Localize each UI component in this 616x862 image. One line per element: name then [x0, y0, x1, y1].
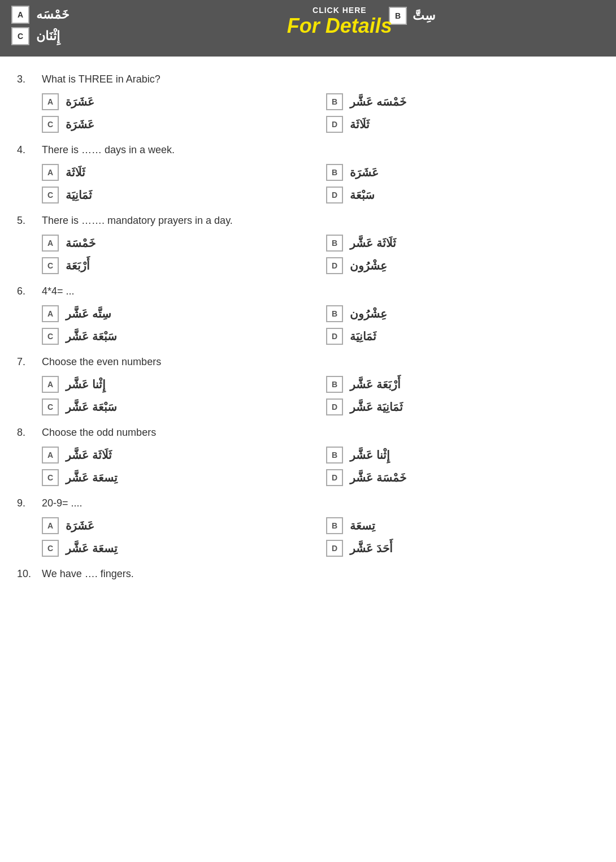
- q5-option-b-box[interactable]: B: [326, 235, 343, 252]
- q3-option-b[interactable]: B خَمْسَه عَشَّر: [326, 93, 599, 110]
- q8-option-d[interactable]: D خَمْسَة عَشَّر: [326, 469, 599, 486]
- q9-option-d-box[interactable]: D: [326, 540, 343, 557]
- q7-option-b-box[interactable]: B: [326, 376, 343, 393]
- question-6-number: 6.: [17, 285, 33, 297]
- q3-option-d[interactable]: D ثَلَاثَة: [326, 116, 599, 133]
- q4-option-b[interactable]: B عَشَرَة: [326, 164, 599, 181]
- q7-option-a-text: إِثْنا عَشَّر: [66, 378, 106, 391]
- q5-option-a-box[interactable]: A: [42, 235, 59, 252]
- q6-option-d-text: ثَمَانِيَة: [350, 330, 376, 343]
- question-6-text: 4*4= ...: [42, 285, 75, 297]
- question-10-number: 10.: [17, 568, 33, 580]
- q9-option-a-box[interactable]: A: [42, 517, 59, 534]
- q8-option-b-text: إِثْنا عَشَّر: [350, 448, 390, 462]
- question-4-header: 4. There is …… days in a week.: [17, 144, 599, 156]
- q6-option-a[interactable]: A سِتَّه عَشَّر: [42, 305, 315, 322]
- question-4-text: There is …… days in a week.: [42, 144, 175, 156]
- q8-option-c[interactable]: C تِسعَة عَشَّر: [42, 469, 315, 486]
- question-8-block: 8. Choose the odd numbers A ثَلَاثَة عَش…: [17, 427, 599, 486]
- q9-option-a-text: عَشَرَة: [66, 519, 94, 532]
- q4-option-a-box[interactable]: A: [42, 164, 59, 181]
- click-here-banner[interactable]: CLICK HERE For Details: [287, 6, 392, 37]
- header-option-c-box[interactable]: C: [11, 27, 29, 45]
- question-7-options: A إِثْنا عَشَّر B أَرْبَعَة عَشَّر C سَب…: [17, 376, 599, 415]
- q5-option-d-text: عِشْرُون: [350, 259, 387, 272]
- question-9-block: 9. 20-9= .... A عَشَرَة B تِسعَة C تِسعَ…: [17, 497, 599, 557]
- q6-option-c[interactable]: C سَبْعَة عَشَّر: [42, 328, 315, 345]
- q3-option-d-box[interactable]: D: [326, 116, 343, 133]
- q5-option-c-box[interactable]: C: [42, 257, 59, 274]
- q5-option-b[interactable]: B ثَلَاثَة عَشَّر: [326, 235, 599, 252]
- header-option-a-box[interactable]: A: [11, 6, 29, 24]
- q8-option-b[interactable]: B إِثْنا عَشَّر: [326, 447, 599, 464]
- q4-option-d-text: سَبْعَة: [350, 188, 375, 202]
- q8-option-a-box[interactable]: A: [42, 447, 59, 464]
- header-option-a-text: خَمْسَه: [36, 7, 70, 22]
- q7-option-c-text: سَبْعَة عَشَّر: [66, 400, 117, 414]
- question-5-text: There is ……. mandatory prayers in a day.: [42, 215, 233, 227]
- question-6-options: A سِتَّه عَشَّر B عِشْرُون C سَبْعَة عَش…: [17, 305, 599, 345]
- q8-option-d-box[interactable]: D: [326, 469, 343, 486]
- question-5-options: A خَمْسَة B ثَلَاثَة عَشَّر C أَرْبَعَة …: [17, 235, 599, 274]
- question-9-number: 9.: [17, 497, 33, 509]
- q9-option-a[interactable]: A عَشَرَة: [42, 517, 315, 534]
- q7-option-c-box[interactable]: C: [42, 398, 59, 415]
- q9-option-d[interactable]: D أَحَدَ عَشَّر: [326, 540, 599, 557]
- q6-option-b[interactable]: B عِشْرُون: [326, 305, 599, 322]
- question-8-number: 8.: [17, 427, 33, 439]
- q9-option-c-box[interactable]: C: [42, 540, 59, 557]
- q5-option-c[interactable]: C أَرْبَعَة: [42, 257, 315, 274]
- q4-option-d-box[interactable]: D: [326, 187, 343, 203]
- header-option-b: B سِتَّ: [389, 7, 435, 25]
- q3-option-c-box[interactable]: C: [42, 116, 59, 133]
- q9-option-b[interactable]: B تِسعَة: [326, 517, 599, 534]
- q7-option-d-text: ثَمَانِيَة عَشَّر: [350, 400, 403, 414]
- q6-option-a-box[interactable]: A: [42, 305, 59, 322]
- question-6-block: 6. 4*4= ... A سِتَّه عَشَّر B عِشْرُون C…: [17, 285, 599, 345]
- question-4-block: 4. There is …… days in a week. A ثَلَاثَ…: [17, 144, 599, 203]
- q6-option-d-box[interactable]: D: [326, 328, 343, 345]
- q3-option-c[interactable]: C عَشَرَة: [42, 116, 315, 133]
- q4-option-b-box[interactable]: B: [326, 164, 343, 181]
- question-9-header: 9. 20-9= ....: [17, 497, 599, 509]
- q3-option-a-box[interactable]: A: [42, 93, 59, 110]
- q7-option-d[interactable]: D ثَمَانِيَة عَشَّر: [326, 398, 599, 415]
- q4-option-a-text: ثَلَاثَة: [66, 166, 85, 179]
- q4-option-a[interactable]: A ثَلَاثَة: [42, 164, 315, 181]
- question-3-block: 3. What is THREE in Arabic? A عَشَرَة B …: [17, 73, 599, 133]
- q4-option-c[interactable]: C ثَمَانِيَة: [42, 187, 315, 203]
- q6-option-d[interactable]: D ثَمَانِيَة: [326, 328, 599, 345]
- q7-option-c[interactable]: C سَبْعَة عَشَّر: [42, 398, 315, 415]
- header-option-c-text: إِثْنَان: [36, 29, 60, 44]
- q9-option-c[interactable]: C تِسعَة عَشَّر: [42, 540, 315, 557]
- question-6-header: 6. 4*4= ...: [17, 285, 599, 297]
- q5-option-b-text: ثَلَاثَة عَشَّر: [350, 236, 396, 250]
- q6-option-b-box[interactable]: B: [326, 305, 343, 322]
- q9-option-b-text: تِسعَة: [350, 519, 375, 532]
- q4-option-d[interactable]: D سَبْعَة: [326, 187, 599, 203]
- q3-option-d-text: ثَلَاثَة: [350, 118, 370, 131]
- q8-option-c-text: تِسعَة عَشَّر: [66, 471, 118, 484]
- content-area: 3. What is THREE in Arabic? A عَشَرَة B …: [0, 57, 616, 608]
- question-7-block: 7. Choose the even numbers A إِثْنا عَشَ…: [17, 356, 599, 415]
- q8-option-b-box[interactable]: B: [326, 447, 343, 464]
- q7-option-a-box[interactable]: A: [42, 376, 59, 393]
- q3-option-b-box[interactable]: B: [326, 93, 343, 110]
- q5-option-a[interactable]: A خَمْسَة: [42, 235, 315, 252]
- q9-option-b-box[interactable]: B: [326, 517, 343, 534]
- q4-option-c-text: ثَمَانِيَة: [66, 188, 92, 202]
- question-5-number: 5.: [17, 215, 33, 227]
- q8-option-a[interactable]: A ثَلَاثَة عَشَّر: [42, 447, 315, 464]
- question-3-number: 3.: [17, 73, 33, 85]
- q6-option-c-box[interactable]: C: [42, 328, 59, 345]
- q7-option-b[interactable]: B أَرْبَعَة عَشَّر: [326, 376, 599, 393]
- q3-option-a[interactable]: A عَشَرَة: [42, 93, 315, 110]
- q4-option-c-box[interactable]: C: [42, 187, 59, 203]
- q8-option-c-box[interactable]: C: [42, 469, 59, 486]
- q7-option-d-box[interactable]: D: [326, 398, 343, 415]
- q5-option-d[interactable]: D عِشْرُون: [326, 257, 599, 274]
- q5-option-c-text: أَرْبَعَة: [66, 259, 90, 272]
- q5-option-d-box[interactable]: D: [326, 257, 343, 274]
- q9-option-d-text: أَحَدَ عَشَّر: [350, 542, 393, 555]
- q7-option-a[interactable]: A إِثْنا عَشَّر: [42, 376, 315, 393]
